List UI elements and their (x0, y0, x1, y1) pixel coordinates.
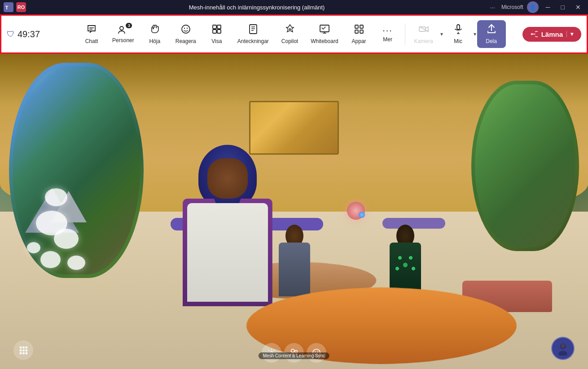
more-label: Mer (383, 36, 392, 43)
share-label: Dela (486, 38, 497, 44)
meeting-timer: 49:37 (18, 29, 40, 39)
svg-rect-21 (22, 347, 25, 349)
raise-button[interactable]: Höja (140, 20, 169, 48)
svg-rect-28 (26, 352, 28, 355)
background-avatar-right (387, 225, 423, 296)
sparkle-cloud-4 (40, 251, 61, 268)
apps-label: Appar (352, 38, 366, 44)
svg-point-38 (558, 351, 567, 356)
camera-arrow-btn[interactable]: ▾ (439, 30, 444, 38)
mic-button[interactable]: Mic (444, 20, 473, 48)
jacket-pattern (392, 247, 419, 283)
share-button[interactable]: Dela (477, 20, 506, 48)
toolbar-left: 🛡 49:37 (7, 29, 61, 39)
window-title: Mesh-innehåll och inlärningssynkroniseri… (26, 4, 487, 11)
toolbar-items: Chatt 3 Personer Höja (61, 20, 522, 48)
react-icon (180, 24, 191, 36)
apps-button[interactable]: Appar (345, 20, 373, 48)
mesh-scene-label: Mesh Content & Learning Sync (259, 352, 329, 359)
whiteboard-button[interactable]: Whiteboard (304, 20, 344, 48)
mic-arrow-btn[interactable]: ▾ (473, 30, 477, 38)
svg-point-37 (561, 344, 565, 348)
camera-group: Kamera ▾ (408, 20, 444, 48)
chat-label: Chatt (85, 38, 98, 44)
mic-icon (453, 24, 464, 36)
leave-button[interactable]: Lämna ▾ (522, 27, 581, 42)
whiteboard-label: Whiteboard (311, 38, 338, 44)
react-button[interactable]: Reagera (169, 20, 202, 48)
maximize-btn[interactable]: □ (557, 3, 568, 12)
svg-rect-16 (360, 30, 363, 33)
camera-button[interactable]: Kamera (408, 20, 439, 48)
people-label: Personer (112, 37, 134, 43)
people-badge: 3 (126, 23, 132, 28)
main-avatar (165, 64, 290, 324)
chat-icon (86, 24, 97, 36)
people-button[interactable]: 3 Personer (106, 21, 140, 47)
react-label: Reagera (176, 38, 196, 44)
avatar-face (207, 158, 248, 199)
avatar-shirt (187, 203, 268, 302)
meeting-toolbar: 🛡 49:37 Chatt 3 Personer (0, 14, 588, 54)
close-btn[interactable]: ✕ (572, 3, 584, 12)
avatar-body (183, 145, 272, 324)
leave-label: Lämna (541, 30, 563, 38)
scene-bottom-controls: Mesh Content & Learning Sync (262, 343, 326, 363)
notes-icon (248, 24, 259, 36)
floating-orb-blue (359, 212, 365, 218)
mic-group: Mic ▾ (444, 20, 477, 48)
svg-point-4 (184, 28, 185, 29)
svg-rect-19 (457, 25, 460, 30)
notes-button[interactable]: Anteckningar (231, 20, 275, 48)
whiteboard-icon (319, 24, 330, 36)
leave-chevron-icon: ▾ (566, 31, 573, 37)
svg-rect-25 (26, 349, 28, 352)
svg-rect-7 (217, 25, 221, 29)
title-bar-controls: ··· Microsoft 👤 ─ □ ✕ (487, 1, 584, 13)
chat-button[interactable]: Chatt (77, 20, 106, 48)
svg-rect-14 (360, 25, 363, 28)
svg-text:T: T (5, 5, 9, 10)
mic-label: Mic (454, 38, 462, 44)
copilot-button[interactable]: Copilot (275, 20, 304, 48)
user-scene-avatar[interactable] (551, 337, 575, 360)
view-button[interactable]: Visa (202, 20, 231, 48)
svg-point-2 (120, 26, 123, 30)
svg-rect-15 (355, 30, 358, 33)
user-avatar-title[interactable]: 👤 (527, 1, 539, 13)
sparkle-cloud-1 (45, 188, 67, 206)
share-icon (486, 24, 497, 36)
more-options-btn[interactable]: ··· (487, 3, 498, 12)
view-icon (211, 24, 222, 36)
title-bar-left: T RO (4, 2, 26, 12)
mesh-scene: ● ● (0, 54, 588, 369)
title-bar: T RO Mesh-innehåll och inlärningssynkron… (0, 0, 588, 14)
copilot-label: Copilot (281, 38, 298, 44)
minimize-btn[interactable]: ─ (542, 3, 554, 12)
camera-label: Kamera (414, 38, 433, 44)
svg-point-3 (182, 25, 190, 33)
svg-rect-20 (20, 347, 22, 349)
svg-point-11 (289, 28, 291, 30)
svg-rect-24 (22, 349, 25, 352)
svg-rect-8 (213, 30, 216, 33)
svg-rect-22 (26, 347, 28, 349)
svg-rect-12 (320, 25, 329, 32)
right-window-inner (475, 84, 575, 247)
svg-rect-27 (22, 352, 25, 355)
people-icon (118, 26, 128, 38)
grid-menu-button[interactable] (13, 340, 33, 360)
shield-icon: 🛡 (7, 30, 15, 39)
svg-rect-26 (20, 352, 22, 355)
svg-rect-13 (355, 25, 358, 28)
sparkle-cloud-3 (54, 229, 79, 249)
svg-rect-17 (419, 27, 426, 31)
notes-label: Anteckningar (237, 38, 269, 44)
view-label: Visa (211, 38, 222, 44)
apps-icon (354, 24, 364, 36)
copilot-icon (285, 24, 295, 36)
svg-point-5 (187, 28, 188, 29)
camera-icon (418, 24, 429, 36)
teams-icon: T (4, 2, 13, 12)
more-button[interactable]: ··· Mer (373, 22, 402, 46)
